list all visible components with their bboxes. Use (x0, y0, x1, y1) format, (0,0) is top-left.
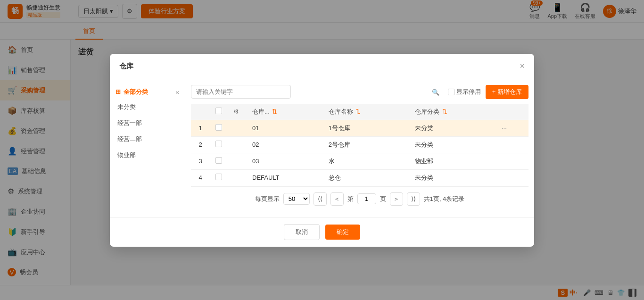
th-category: 仓库分类 ⇅ (409, 104, 496, 120)
th-index (191, 104, 210, 120)
category-item-unclassified[interactable]: 未分类 (110, 99, 185, 115)
total-info: 共1页, 4条记录 (424, 195, 465, 203)
per-page-select[interactable]: 50 10 20 100 (283, 193, 310, 205)
table-container: ⚙ 仓库... ⇅ 仓库名称 ⇅ (191, 104, 528, 186)
dialog-footer: 取消 确定 (110, 217, 534, 247)
table-toolbar: 🔍 显示停用 + 新增仓库 (191, 85, 528, 99)
sort-name-icon: ⇅ (355, 108, 361, 115)
cell-more (496, 169, 528, 186)
cell-gear (228, 169, 247, 186)
dialog-header: 仓库 × (110, 54, 534, 79)
show-disabled-toggle[interactable]: 显示停用 (448, 88, 481, 96)
more-icon[interactable]: ··· (502, 125, 507, 132)
cell-gear (228, 120, 247, 136)
page-prev-button[interactable]: ＜ (330, 192, 344, 206)
grid-icon: ⊞ (116, 88, 121, 95)
sort-code-icon: ⇅ (272, 108, 277, 115)
search-wrap: 🔍 (191, 85, 443, 99)
cell-code: 03 (247, 153, 323, 169)
page-suffix: 页 (380, 195, 386, 203)
sort-category-icon: ⇅ (442, 108, 447, 115)
page-next-button[interactable]: ＞ (390, 192, 403, 206)
row-checkbox[interactable] (215, 157, 222, 164)
col-code-label: 仓库... (252, 108, 270, 115)
cell-index: 2 (191, 136, 210, 153)
show-disabled-checkbox[interactable] (448, 89, 454, 95)
cell-gear (228, 153, 247, 169)
th-check (210, 104, 228, 120)
category-header: ⊞ 全部分类 « (110, 85, 185, 99)
table-row[interactable]: 1 01 1号仓库 未分类 ··· (191, 120, 528, 136)
th-name: 仓库名称 ⇅ (323, 104, 410, 120)
pagination: 每页显示 50 10 20 100 ⟨⟨ ＜ 第 页 ＞ ⟩⟩ 共1页, 4条记… (191, 186, 528, 211)
cell-category: 未分类 (409, 120, 496, 136)
cell-code: 02 (247, 136, 323, 153)
cell-more (496, 136, 528, 153)
th-code: 仓库... ⇅ (247, 104, 323, 120)
category-panel: ⊞ 全部分类 « 未分类 经营一部 经营二部 物业部 (110, 79, 185, 217)
select-all-checkbox[interactable] (215, 108, 222, 114)
table-head: ⚙ 仓库... ⇅ 仓库名称 ⇅ (191, 104, 528, 120)
th-gear: ⚙ (228, 104, 247, 120)
collapse-icon[interactable]: « (175, 88, 179, 96)
cell-check (210, 120, 228, 136)
warehouse-table: ⚙ 仓库... ⇅ 仓库名称 ⇅ (191, 104, 528, 186)
cell-category: 物业部 (409, 153, 496, 169)
category-all[interactable]: ⊞ 全部分类 (116, 88, 148, 96)
confirm-button[interactable]: 确定 (325, 225, 360, 240)
cell-name: 2号仓库 (323, 136, 410, 153)
category-item-property[interactable]: 物业部 (110, 147, 185, 163)
search-input[interactable] (191, 85, 291, 99)
cell-more (496, 153, 528, 169)
cell-name: 总仓 (323, 169, 410, 186)
cell-code: DEFAULT (247, 169, 323, 186)
warehouse-dialog: 仓库 × ⊞ 全部分类 « 未分类 经营一部 经营二部 物业部 (110, 54, 534, 247)
cell-index: 4 (191, 169, 210, 186)
table-row[interactable]: 2 02 2号仓库 未分类 (191, 136, 528, 153)
page-number-input[interactable] (357, 193, 376, 204)
search-icon[interactable]: 🔍 (432, 88, 439, 95)
cell-check (210, 169, 228, 186)
row-checkbox[interactable] (215, 124, 222, 131)
cell-category: 未分类 (409, 136, 496, 153)
add-warehouse-button[interactable]: + 新增仓库 (486, 85, 528, 99)
page-last-button[interactable]: ⟩⟩ (407, 192, 420, 206)
page-word: 第 (347, 195, 354, 203)
category-all-label: 全部分类 (124, 88, 148, 96)
table-header-row: ⚙ 仓库... ⇅ 仓库名称 ⇅ (191, 104, 528, 120)
cell-check (210, 136, 228, 153)
cell-gear (228, 136, 247, 153)
table-panel: 🔍 显示停用 + 新增仓库 (185, 79, 534, 217)
page-first-button[interactable]: ⟨⟨ (314, 192, 327, 206)
row-checkbox[interactable] (215, 174, 222, 180)
cell-name: 1号仓库 (323, 120, 410, 136)
dialog-close-button[interactable]: × (520, 61, 525, 71)
cell-category: 未分类 (409, 169, 496, 186)
table-body: 1 01 1号仓库 未分类 ··· 2 02 2号仓库 未分类 3 03 水 物… (191, 120, 528, 186)
modal-overlay: 仓库 × ⊞ 全部分类 « 未分类 经营一部 经营二部 物业部 (0, 0, 644, 300)
table-row[interactable]: 4 DEFAULT 总仓 未分类 (191, 169, 528, 186)
gear-col-icon: ⚙ (233, 108, 239, 115)
cell-index: 3 (191, 153, 210, 169)
th-actions (496, 104, 528, 120)
per-page-label: 每页显示 (255, 195, 280, 203)
row-checkbox[interactable] (215, 141, 222, 147)
dialog-title: 仓库 (119, 62, 133, 71)
col-name-label: 仓库名称 (329, 108, 353, 115)
cell-check (210, 153, 228, 169)
category-item-dept2[interactable]: 经营二部 (110, 131, 185, 147)
category-item-dept1[interactable]: 经营一部 (110, 115, 185, 131)
show-disabled-label: 显示停用 (456, 88, 481, 96)
cell-more: ··· (496, 120, 528, 136)
col-category-label: 仓库分类 (415, 108, 439, 115)
cancel-button[interactable]: 取消 (284, 224, 320, 240)
cell-index: 1 (191, 120, 210, 136)
dialog-body: ⊞ 全部分类 « 未分类 经营一部 经营二部 物业部 🔍 (110, 79, 534, 217)
cell-code: 01 (247, 120, 323, 136)
table-row[interactable]: 3 03 水 物业部 (191, 153, 528, 169)
cell-name: 水 (323, 153, 410, 169)
